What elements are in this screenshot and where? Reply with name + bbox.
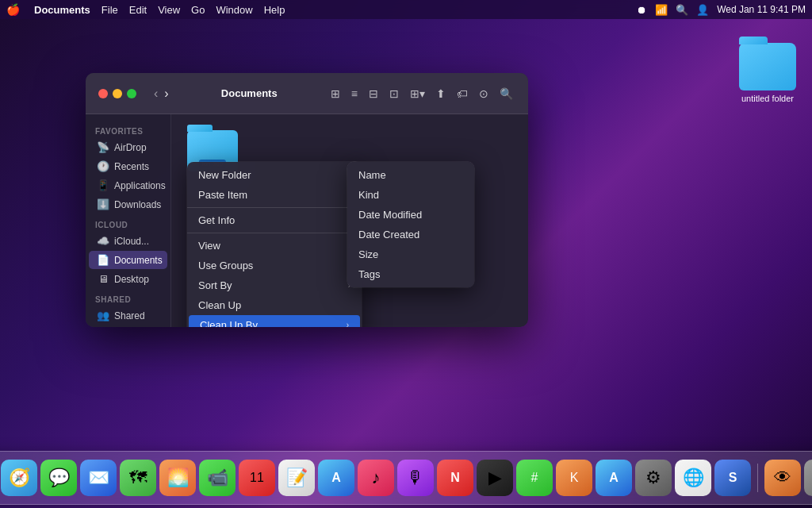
menu-file[interactable]: File bbox=[102, 4, 118, 16]
search-icon[interactable]: 🔍 bbox=[676, 4, 688, 16]
dock-photos[interactable]: 🌅 bbox=[159, 460, 196, 496]
menu-window[interactable]: Window bbox=[216, 4, 252, 16]
dock-maps[interactable]: 🗺 bbox=[120, 460, 156, 496]
app-name: Documents bbox=[34, 4, 90, 16]
dock-safari[interactable]: 🧭 bbox=[1, 460, 37, 496]
share-button[interactable]: ⬆ bbox=[434, 85, 448, 102]
desktop-folder[interactable]: untitled folder bbox=[739, 43, 796, 103]
sidebar-item-downloads[interactable]: ⬇️ Downloads bbox=[89, 195, 167, 214]
dock-messages[interactable]: 💬 bbox=[40, 460, 77, 496]
dock-mail[interactable]: ✉️ bbox=[80, 460, 117, 496]
dock-steam[interactable]: S bbox=[714, 460, 751, 496]
airdrop-icon: 📡 bbox=[97, 141, 109, 153]
menubar: 🍎 Documents File Edit View Go Window Hel… bbox=[0, 0, 812, 19]
icloud-icon: ☁️ bbox=[97, 235, 109, 247]
close-button[interactable] bbox=[98, 89, 108, 98]
wifi-icon: 📶 bbox=[655, 4, 668, 16]
menu-go[interactable]: Go bbox=[191, 4, 205, 16]
desktop-icon: 🖥 bbox=[97, 273, 109, 285]
use-groups-item[interactable]: Use Groups bbox=[187, 256, 362, 275]
sidebar-item-shared[interactable]: 👥 Shared bbox=[89, 306, 167, 325]
dock-calendar[interactable]: 11 bbox=[239, 460, 275, 496]
dock-appletv[interactable]: ▶ bbox=[477, 460, 513, 496]
dock-appstore[interactable]: A bbox=[318, 460, 354, 496]
submenu-tags[interactable]: Tags bbox=[347, 264, 474, 284]
dock-reminders[interactable]: 📝 bbox=[278, 460, 315, 496]
submenu-date-modified[interactable]: Date Modified bbox=[347, 205, 474, 225]
menu-edit[interactable]: Edit bbox=[129, 4, 147, 16]
record-icon: ⏺ bbox=[637, 4, 647, 16]
view-item[interactable]: View › bbox=[187, 236, 362, 256]
dock-sysprefs[interactable]: ⚙ bbox=[635, 460, 672, 496]
submenu-name[interactable]: Name bbox=[347, 165, 474, 185]
submenu-date-created[interactable]: Date Created bbox=[347, 225, 474, 244]
submenu-kind[interactable]: Kind bbox=[347, 185, 474, 205]
menu-help[interactable]: Help bbox=[264, 4, 285, 16]
dock-preview[interactable]: 👁 bbox=[764, 460, 801, 496]
sidebar-item-documents[interactable]: 📄 Documents bbox=[89, 251, 167, 269]
back-button[interactable]: ‹ bbox=[152, 85, 159, 102]
clean-up-by-arrow: › bbox=[347, 321, 349, 327]
search-button[interactable]: 🔍 bbox=[497, 85, 515, 102]
dock-music[interactable]: ♪ bbox=[358, 460, 394, 496]
dock-chrome[interactable]: 🌐 bbox=[675, 460, 711, 496]
clean-up-by-item[interactable]: Clean Up By › bbox=[189, 315, 360, 327]
keynote-icon: K bbox=[570, 471, 579, 485]
apple-menu[interactable]: 🍎 bbox=[6, 3, 20, 16]
news-icon: N bbox=[450, 471, 460, 485]
dock-appstore2[interactable]: A bbox=[596, 460, 632, 496]
finder-window: ‹ › Documents ⊞ ≡ ⊟ ⊡ ⊞▾ ⬆ 🏷 ⊙ 🔍 Favorit… bbox=[86, 73, 528, 327]
maps-icon: 🗺 bbox=[129, 468, 147, 488]
column-view-button[interactable]: ⊟ bbox=[366, 85, 381, 102]
paste-item-item[interactable]: Paste Item bbox=[187, 185, 362, 205]
maximize-button[interactable] bbox=[127, 89, 136, 98]
downloads-label: Downloads bbox=[114, 199, 161, 210]
list-view-button[interactable]: ≡ bbox=[349, 85, 360, 102]
sidebar-item-icloud[interactable]: ☁️ iCloud... bbox=[89, 232, 167, 250]
dock-podcasts[interactable]: 🎙 bbox=[397, 460, 434, 496]
folder-icon bbox=[739, 43, 796, 90]
downloads-icon: ⬇️ bbox=[97, 198, 109, 210]
dock-numbers[interactable]: # bbox=[516, 460, 553, 496]
sidebar-item-desktop[interactable]: 🖥 Desktop bbox=[89, 270, 167, 288]
appstore2-icon: A bbox=[609, 471, 619, 485]
dock-mail2[interactable]: ✉ bbox=[804, 460, 812, 496]
podcasts-icon: 🎙 bbox=[407, 468, 424, 488]
new-folder-item[interactable]: New Folder bbox=[187, 165, 362, 185]
window-titlebar: ‹ › Documents ⊞ ≡ ⊟ ⊡ ⊞▾ ⬆ 🏷 ⊙ 🔍 bbox=[86, 73, 528, 114]
finder-body: Favorites 📡 AirDrop 🕐 Recents 📱 Applicat… bbox=[86, 114, 528, 327]
facetime-icon: 📹 bbox=[207, 468, 228, 488]
submenu-size[interactable]: Size bbox=[347, 244, 474, 264]
sidebar-item-recents[interactable]: 🕐 Recents bbox=[89, 157, 167, 175]
main-content: ion 360 New Folder Paste Item Get Info bbox=[171, 114, 528, 327]
sidebar-item-airdrop[interactable]: 📡 AirDrop bbox=[89, 138, 167, 156]
chrome-icon: 🌐 bbox=[683, 468, 704, 488]
dock-facetime[interactable]: 📹 bbox=[199, 460, 236, 496]
icon-view-button[interactable]: ⊞ bbox=[328, 85, 343, 102]
group-view-button[interactable]: ⊞▾ bbox=[408, 85, 427, 102]
more-button[interactable]: ⊙ bbox=[477, 85, 491, 102]
gallery-view-button[interactable]: ⊡ bbox=[387, 85, 401, 102]
shared-label: Shared bbox=[86, 289, 170, 306]
minimize-button[interactable] bbox=[113, 89, 122, 98]
desktop-folder-label: untitled folder bbox=[741, 94, 794, 103]
menu-view[interactable]: View bbox=[158, 4, 180, 16]
preview-icon: 👁 bbox=[774, 468, 791, 488]
sort-by-item[interactable]: Sort By › bbox=[187, 275, 362, 295]
dock-divider bbox=[757, 464, 758, 492]
sysprefs-icon: ⚙ bbox=[645, 468, 661, 488]
traffic-lights bbox=[98, 89, 136, 98]
applications-label: Applications bbox=[114, 180, 166, 191]
steam-icon: S bbox=[729, 471, 737, 485]
dock-news[interactable]: N bbox=[437, 460, 473, 496]
sidebar-item-applications[interactable]: 📱 Applications bbox=[89, 176, 167, 194]
music-icon: ♪ bbox=[372, 468, 381, 488]
get-info-item[interactable]: Get Info bbox=[187, 210, 362, 230]
clean-up-item[interactable]: Clean Up bbox=[187, 295, 362, 315]
tag-button[interactable]: 🏷 bbox=[454, 85, 470, 102]
calendar-icon: 11 bbox=[250, 471, 264, 485]
numbers-icon: # bbox=[531, 471, 538, 485]
dock-keynote[interactable]: K bbox=[556, 460, 592, 496]
safari-icon: 🧭 bbox=[9, 468, 30, 488]
forward-button[interactable]: › bbox=[163, 85, 170, 102]
